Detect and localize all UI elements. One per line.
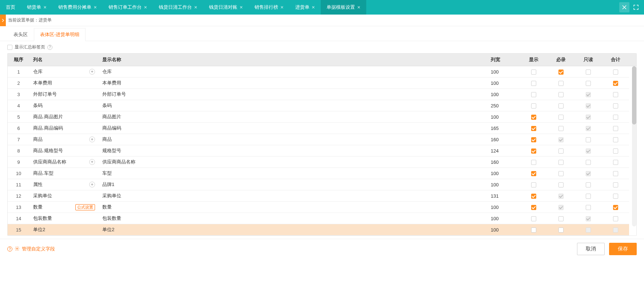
cell-width[interactable]: 160 <box>487 134 520 145</box>
cell-display-name[interactable]: 包装数量 <box>99 213 487 224</box>
cell-display-name[interactable]: 车型 <box>99 168 487 179</box>
show-checkbox[interactable] <box>531 160 536 165</box>
show-checkbox[interactable] <box>531 70 536 75</box>
total-checkbox[interactable] <box>613 115 618 120</box>
cell-display-name[interactable]: 单位2 <box>99 224 487 236</box>
table-row[interactable]: 13数量公式设置数量100 <box>8 202 636 213</box>
cell-display-name[interactable]: 采购单位 <box>99 190 487 202</box>
readonly-checkbox[interactable] <box>586 182 591 187</box>
cancel-button[interactable]: 取消 <box>577 243 605 255</box>
save-button[interactable]: 保存 <box>609 243 637 255</box>
cell-width[interactable]: 100 <box>487 213 520 224</box>
cell-width[interactable]: 250 <box>487 100 520 111</box>
cell-width[interactable]: 100 <box>487 202 520 213</box>
cell-width[interactable]: 100 <box>487 168 520 179</box>
cell-display-name[interactable]: 条码 <box>99 100 487 111</box>
table-row[interactable]: 4条码条码250 <box>8 100 636 111</box>
top-tab[interactable]: 销售费用分摊单✕ <box>52 0 103 15</box>
top-tab[interactable]: 销货单✕ <box>21 0 52 15</box>
close-icon[interactable]: ✕ <box>43 5 47 10</box>
total-checkbox[interactable] <box>613 137 618 142</box>
add-icon[interactable]: + <box>89 182 95 187</box>
required-checkbox[interactable] <box>558 149 564 154</box>
cell-width[interactable]: 165 <box>487 123 520 134</box>
table-row[interactable]: 1仓库+仓库100 <box>8 66 636 78</box>
fullscreen-button[interactable] <box>631 2 641 12</box>
total-checkbox[interactable] <box>613 126 618 131</box>
close-icon[interactable]: ✕ <box>280 5 284 10</box>
formula-settings-button[interactable]: 公式设置 <box>75 204 95 210</box>
table-row[interactable]: 14包装数量包装数量100 <box>8 213 636 224</box>
section-tab[interactable]: 表头区 <box>7 28 34 41</box>
cell-width[interactable]: 124 <box>487 145 520 157</box>
close-all-tabs-button[interactable] <box>619 2 629 12</box>
readonly-checkbox[interactable] <box>586 137 591 142</box>
required-checkbox[interactable] <box>558 92 564 97</box>
manage-custom-fields-link[interactable]: 管理自定义字段 <box>22 246 55 252</box>
required-checkbox[interactable] <box>558 182 564 187</box>
cell-display-name[interactable]: 仓库 <box>99 66 487 78</box>
table-row[interactable]: 12采购单位采购单位131 <box>8 190 636 202</box>
total-checkbox[interactable] <box>613 160 618 165</box>
close-icon[interactable]: ✕ <box>194 5 197 10</box>
table-row[interactable]: 11属性+品牌1100 <box>8 179 636 190</box>
required-checkbox[interactable] <box>558 115 564 120</box>
total-checkbox[interactable] <box>613 149 618 154</box>
cell-display-name[interactable]: 外部订单号 <box>99 89 487 100</box>
cell-width[interactable]: 100 <box>487 66 520 78</box>
show-checkbox[interactable] <box>531 227 536 233</box>
close-icon[interactable]: ✕ <box>312 5 315 10</box>
section-tab[interactable]: 表体区-进货单明细 <box>34 28 86 41</box>
required-checkbox[interactable] <box>558 70 564 75</box>
show-checkbox[interactable] <box>531 171 536 176</box>
cell-display-name[interactable]: 本单费用 <box>99 78 487 89</box>
help-icon[interactable]: ? <box>7 246 12 252</box>
readonly-checkbox[interactable] <box>586 205 591 210</box>
show-checkbox[interactable] <box>531 216 536 221</box>
show-checkbox[interactable] <box>531 137 536 142</box>
add-icon[interactable]: + <box>89 159 95 165</box>
readonly-checkbox[interactable] <box>586 194 591 199</box>
show-checkbox[interactable] <box>531 92 536 97</box>
cell-width[interactable]: 131 <box>487 190 520 202</box>
required-checkbox[interactable] <box>558 227 564 233</box>
cell-display-name[interactable]: 商品图片 <box>99 111 487 123</box>
required-checkbox[interactable] <box>558 171 564 176</box>
table-row[interactable]: 15单位2单位2100 <box>8 224 636 236</box>
cell-width[interactable]: 100 <box>487 111 520 123</box>
total-checkbox[interactable] <box>613 81 618 86</box>
show-checkbox[interactable] <box>531 126 536 131</box>
add-icon[interactable]: + <box>89 136 95 142</box>
total-checkbox[interactable] <box>613 205 618 210</box>
top-tab[interactable]: 钱货日清对账✕ <box>203 0 249 15</box>
cell-display-name[interactable]: 商品 <box>99 134 487 145</box>
collapse-toggle[interactable] <box>0 15 6 26</box>
top-tab[interactable]: 销售排行榜✕ <box>249 0 289 15</box>
readonly-checkbox[interactable] <box>586 81 591 86</box>
add-icon[interactable]: + <box>89 69 95 75</box>
help-icon[interactable]: ? <box>47 45 52 50</box>
scrollbar-thumb[interactable] <box>632 66 636 124</box>
table-row[interactable]: 3外部订单号外部订单号100 <box>8 89 636 100</box>
cell-width[interactable]: 160 <box>487 157 520 168</box>
cell-width[interactable]: 100 <box>487 89 520 100</box>
close-icon[interactable]: ✕ <box>94 5 97 10</box>
scrollbar-track[interactable] <box>632 66 636 226</box>
show-checkbox[interactable] <box>531 115 536 120</box>
top-tab[interactable]: 进货单✕ <box>289 0 321 15</box>
table-row[interactable]: 6商品.商品编码商品编码165 <box>8 123 636 134</box>
show-checkbox[interactable] <box>531 103 536 108</box>
cell-display-name[interactable]: 商品编码 <box>99 123 487 134</box>
total-checkbox[interactable] <box>613 171 618 176</box>
top-tab[interactable]: 钱货日清工作台✕ <box>153 0 203 15</box>
required-checkbox[interactable] <box>558 216 564 221</box>
cell-display-name[interactable]: 品牌1 <box>99 179 487 190</box>
show-checkbox[interactable] <box>531 81 536 86</box>
close-icon[interactable]: ✕ <box>357 5 360 10</box>
table-row[interactable]: 7商品+商品160 <box>8 134 636 145</box>
show-checkbox[interactable] <box>531 149 536 154</box>
top-tab[interactable]: 首页 <box>0 0 21 15</box>
required-checkbox[interactable] <box>558 103 564 108</box>
total-checkbox[interactable] <box>613 70 618 75</box>
summary-tab-checkbox[interactable] <box>7 45 12 50</box>
